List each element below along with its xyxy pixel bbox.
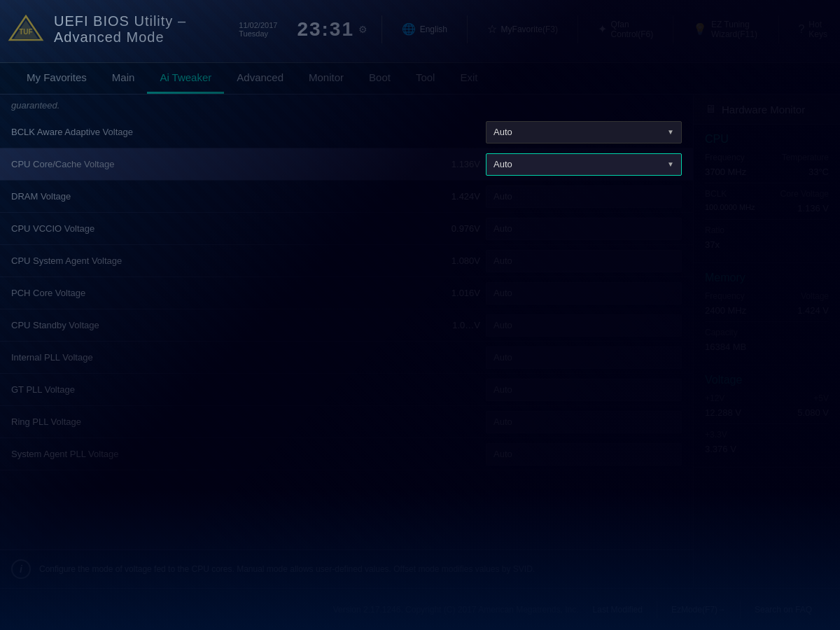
cpu-core-cache-value: Auto xyxy=(493,159,667,169)
bclk-adaptive-value: Auto xyxy=(493,127,667,137)
chevron-down-icon: ▼ xyxy=(667,128,674,136)
bclk-adaptive-control[interactable]: Auto ▼ xyxy=(486,121,682,144)
bclk-adaptive-dropdown[interactable]: Auto ▼ xyxy=(486,121,682,144)
chevron-down-icon: ▼ xyxy=(667,160,674,168)
cpu-core-cache-dropdown[interactable]: Auto ▼ xyxy=(486,153,682,176)
cpu-core-cache-control[interactable]: Auto ▼ xyxy=(486,153,682,176)
